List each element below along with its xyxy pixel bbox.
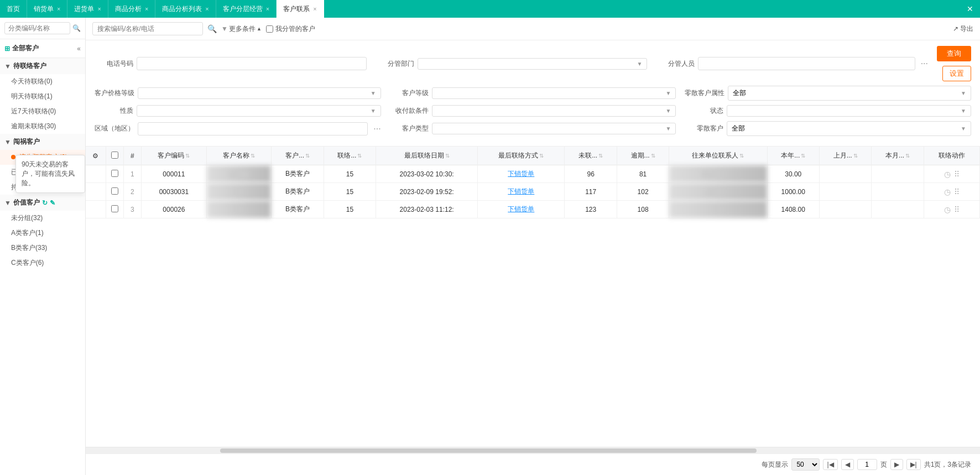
filter-select-gender[interactable]: ▼ <box>137 105 381 117</box>
th-contact[interactable]: 联络...⇅ <box>324 147 376 165</box>
cell-last-way-0[interactable]: 下销货单 <box>478 165 565 183</box>
th-unit-contact[interactable]: 往来单位联系人⇅ <box>669 147 767 165</box>
row-checkbox-0[interactable] <box>111 170 118 177</box>
refresh-icon[interactable]: ↻ <box>42 199 48 207</box>
more-action-icon-0[interactable]: ⠿ <box>954 170 960 179</box>
filter-search-input[interactable] <box>92 22 203 35</box>
th-check[interactable] <box>106 147 123 165</box>
tab-customer-contact-close[interactable]: × <box>313 6 316 12</box>
tab-goods-list[interactable]: 商品分析列表 × <box>155 0 216 18</box>
select-all-checkbox[interactable] <box>111 152 118 159</box>
row-checkbox-2[interactable] <box>111 205 118 212</box>
th-overdue[interactable]: 逾期...⇅ <box>617 147 669 165</box>
table-row: 3 000026 ██ B类客户 15 2023-02-03 11:12: 下销… <box>86 201 980 218</box>
window-close-button[interactable]: ✕ <box>967 4 980 13</box>
sidebar-group-value[interactable]: ▼ 价值客户 ↻ ✎ <box>0 195 85 211</box>
scrollbar-thumb[interactable] <box>220 448 757 453</box>
tab-sales-close[interactable]: × <box>57 6 60 12</box>
tab-home[interactable]: 首页 <box>0 0 27 18</box>
page-number-input[interactable] <box>857 459 877 470</box>
first-page-button[interactable]: |◀ <box>823 459 837 470</box>
sidebar-search-input[interactable] <box>4 22 70 34</box>
cell-last-month-1 <box>819 183 871 201</box>
filter-select-status[interactable]: ▼ <box>727 105 971 117</box>
tab-customer-layer[interactable]: 客户分层经营 × <box>216 0 277 18</box>
filter-select-cust-type[interactable]: ▼ <box>432 123 676 134</box>
contact-action-icon-2[interactable]: ◷ <box>944 205 951 214</box>
tab-goods-analysis[interactable]: 商品分析 × <box>108 0 155 18</box>
edit-icon[interactable]: ✎ <box>50 199 55 207</box>
collapse-icon[interactable]: « <box>77 45 81 53</box>
sidebar-item-today-pending[interactable]: 今天待联络(0) <box>0 74 85 89</box>
filter-select-retail-cust[interactable]: 全部 ▼ <box>727 121 971 136</box>
cell-check-2[interactable] <box>106 201 123 218</box>
th-last-way[interactable]: 最后联络方式⇅ <box>478 147 565 165</box>
last-page-button[interactable]: ▶| <box>906 459 921 470</box>
filter-select-retail-attr[interactable]: 全部 ▼ <box>728 86 971 101</box>
sidebar-item-type-a[interactable]: A类客户(1) <box>0 226 85 241</box>
filter-select-price-level[interactable]: ▼ <box>138 87 381 99</box>
sidebar-item-type-b[interactable]: B类客户(33) <box>0 241 85 255</box>
filter-field-gender: 性质 ▼ <box>95 105 381 117</box>
tab-purchase[interactable]: 进货单 × <box>67 0 108 18</box>
tab-sales[interactable]: 销货单 × <box>27 0 67 18</box>
sidebar-item-ungrouped[interactable]: 未分组(32) <box>0 211 85 226</box>
sidebar-group-pending[interactable]: ▼ 待联络客户 <box>0 58 85 74</box>
my-customers-checkbox[interactable] <box>266 25 273 33</box>
my-customers-checkbox-label[interactable]: 我分管的客户 <box>266 24 315 34</box>
tab-goods-analysis-close[interactable]: × <box>145 6 148 12</box>
cell-gear-2 <box>86 201 106 218</box>
prev-page-button[interactable]: ◀ <box>841 459 854 470</box>
filter-search-icon[interactable]: 🔍 <box>207 24 217 33</box>
cell-last-way-1[interactable]: 下销货单 <box>478 183 565 201</box>
filter-select-dept[interactable]: ▼ <box>418 58 648 70</box>
next-page-button[interactable]: ▶ <box>890 459 903 470</box>
th-code[interactable]: 客户编码⇅ <box>142 147 207 165</box>
more-icon-region[interactable]: ··· <box>373 124 380 134</box>
sidebar-item-overdue-contact[interactable]: 逾期未联络(30) <box>0 119 85 134</box>
tab-customer-layer-close[interactable]: × <box>266 6 269 12</box>
chevron-down-icon-3: ▼ <box>665 90 671 96</box>
th-gear[interactable]: ⚙ <box>86 147 106 165</box>
tab-goods-list-close[interactable]: × <box>205 6 208 12</box>
sidebar-group-churn[interactable]: ▼ 闯祸客户 <box>0 134 85 150</box>
per-page-select[interactable]: 50 20 100 <box>791 458 820 471</box>
more-action-icon-1[interactable]: ⠿ <box>954 187 960 196</box>
filter-input-person[interactable] <box>698 57 915 70</box>
cell-check-0[interactable] <box>106 165 123 183</box>
sidebar-item-tomorrow-pending[interactable]: 明天待联络(1) <box>0 89 85 104</box>
contact-action-icon-0[interactable]: ◷ <box>944 170 951 179</box>
contact-action-icon-1[interactable]: ◷ <box>944 187 951 196</box>
sidebar-all-customers[interactable]: ⊞ 全部客户 « <box>0 39 85 58</box>
row-checkbox-1[interactable] <box>111 187 118 195</box>
more-icon-person[interactable]: ··· <box>921 59 928 69</box>
sidebar-item-7days-pending[interactable]: 近7天待联络(0) <box>0 104 85 119</box>
th-this-year[interactable]: 本年...⇅ <box>767 147 819 165</box>
th-last-month[interactable]: 上月...⇅ <box>819 147 871 165</box>
setting-button[interactable]: 设置 <box>942 66 971 81</box>
th-last-date[interactable]: 最后联络日期⇅ <box>376 147 478 165</box>
th-type[interactable]: 客户...⇅ <box>272 147 324 165</box>
export-button[interactable]: ↗ 导出 <box>953 24 973 34</box>
filter-input-region[interactable] <box>138 122 368 135</box>
more-action-icon-2[interactable]: ⠿ <box>954 205 960 214</box>
th-type-label: 客户... <box>285 152 304 159</box>
cell-last-way-2[interactable]: 下销货单 <box>478 201 565 218</box>
more-filter-button[interactable]: ▼ 更多条件 ▲ <box>221 24 262 34</box>
query-button[interactable]: 查询 <box>937 46 971 61</box>
th-name[interactable]: 客户名称⇅ <box>206 147 272 165</box>
sidebar-search-icon[interactable]: 🔍 <box>72 24 81 32</box>
filter-select-level[interactable]: ▼ <box>432 87 676 99</box>
filter-label-retail-attr: 零散客户属性 <box>685 88 724 98</box>
tab-customer-contact[interactable]: 客户联系 × <box>277 0 324 18</box>
filter-select-payment[interactable]: ▼ <box>432 105 676 117</box>
sidebar-item-type-c[interactable]: C类客户(6) <box>0 255 85 270</box>
horizontal-scrollbar[interactable] <box>86 447 980 453</box>
th-this-month[interactable]: 本月...⇅ <box>872 147 924 165</box>
th-uncontact[interactable]: 未联...⇅ <box>565 147 617 165</box>
sort-icon-this-year: ⇅ <box>801 153 805 159</box>
tab-purchase-close[interactable]: × <box>97 6 101 12</box>
filter-input-phone[interactable] <box>137 57 367 70</box>
filter-label-payment: 收付款条件 <box>390 106 429 116</box>
cell-check-1[interactable] <box>106 183 123 201</box>
